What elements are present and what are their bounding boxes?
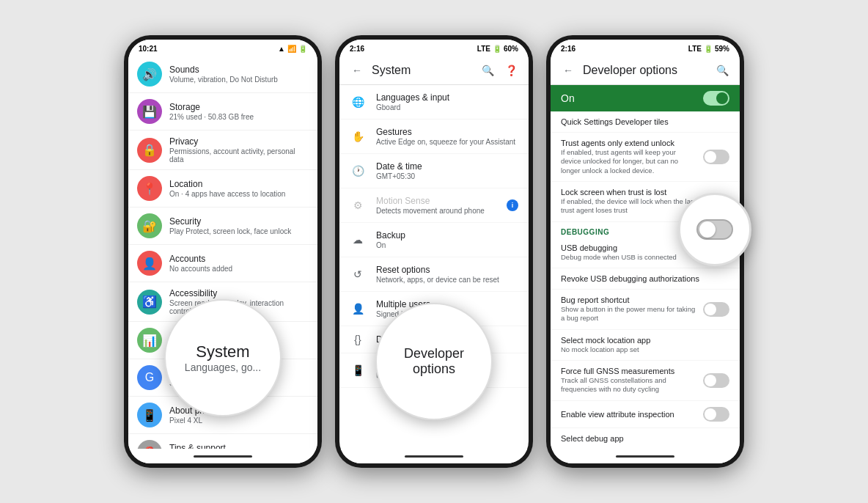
magnify-system: System Languages, go... <box>164 299 282 416</box>
setting-icon-4: 🔐 <box>137 213 162 238</box>
magnify-dev-options: Developer options <box>375 303 493 420</box>
setting-icon-3: 📍 <box>137 176 162 201</box>
menu-sub-2: GMT+05:30 <box>376 172 518 180</box>
status-icons-3: LTE 🔋 59% <box>688 45 729 53</box>
setting-icon-1: 💾 <box>137 99 162 124</box>
setting-item-1[interactable]: 💾 Storage 21% used · 50.83 GB free <box>128 93 317 131</box>
home-indicator-3 <box>616 455 674 458</box>
dev-item-0[interactable]: Trust agents only extend unlock If enabl… <box>551 133 740 182</box>
home-indicator-1 <box>194 455 252 458</box>
menu-item-3[interactable]: ⚙ Motion Sense Detects movement around p… <box>339 188 529 223</box>
phone-3: 2:16 LTE 🔋 59% ← Developer options 🔍 On … <box>546 35 744 468</box>
setting-sub-extra-0: Pixel 4 XL <box>169 416 309 425</box>
screen-title-3: Developer options <box>583 64 713 77</box>
setting-icon-extra-0: 📱 <box>137 403 162 427</box>
setting-item-2[interactable]: 🔒 Privacy Permissions, account activity,… <box>128 131 317 170</box>
setting-sub-0: Volume, vibration, Do Not Disturb <box>169 76 309 84</box>
debug-item-2[interactable]: Bug report shortcut Show a button in the… <box>551 290 740 330</box>
magnify-dev-title: Developer options <box>377 346 491 377</box>
setting-item-5[interactable]: 👤 Accounts No accounts added <box>128 245 317 282</box>
setting-icon-7: 📊 <box>137 328 162 353</box>
setting-item-3[interactable]: 📍 Location On · 4 apps have access to lo… <box>128 170 317 208</box>
setting-title-6: Accessibility <box>169 288 309 298</box>
menu-sub-5: Network, apps, or device can be reset <box>376 276 518 284</box>
status-bar-3: 2:16 LTE 🔋 59% <box>551 40 740 56</box>
back-button-3[interactable]: ← <box>559 62 577 79</box>
menu-icon-0: 🌐 <box>350 96 366 108</box>
bottom-bar-3 <box>551 449 740 463</box>
menu-sub-1: Active Edge on, squeeze for your Assista… <box>376 138 518 146</box>
bottom-bar-1 <box>128 449 317 463</box>
usb-toggle-knob <box>699 221 716 238</box>
setting-title-extra-1: Tips & support <box>169 443 309 449</box>
menu-icon-4: ☁ <box>350 234 366 246</box>
menu-sub-3: Detects movement around phone <box>376 207 496 215</box>
menu-sub-4: On <box>376 241 518 249</box>
setting-sub-4: Play Protect, screen lock, face unlock <box>169 227 309 235</box>
debug-item-3[interactable]: Select mock location app No mock locatio… <box>551 330 740 361</box>
debug-toggle-2[interactable] <box>703 302 729 317</box>
app-bar-3: ← Developer options 🔍 <box>551 56 740 85</box>
debug-toggle-4[interactable] <box>703 373 729 388</box>
setting-icon-2: 🔒 <box>137 138 162 163</box>
menu-item-1[interactable]: ✋ Gestures Active Edge on, squeeze for y… <box>339 120 529 154</box>
setting-title-4: Security <box>169 216 309 227</box>
menu-title-1: Gestures <box>376 127 518 137</box>
menu-icon-2: 🕐 <box>350 165 366 177</box>
menu-icon-6: 👤 <box>350 303 366 315</box>
home-indicator-2 <box>405 455 463 458</box>
menu-title-2: Date & time <box>376 161 518 172</box>
dev-item-quick-settings[interactable]: Quick Settings Developer tiles <box>551 111 740 133</box>
menu-title-0: Languages & input <box>376 92 518 103</box>
search-icon-2[interactable]: 🔍 <box>479 62 496 79</box>
back-button-2[interactable]: ← <box>348 62 366 79</box>
debug-item-5[interactable]: Enable view attribute inspection <box>551 401 740 428</box>
time-2: 2:16 <box>350 45 364 53</box>
menu-icon-1: ✋ <box>350 131 366 142</box>
help-icon-2[interactable]: ❓ <box>502 62 520 79</box>
menu-title-4: Backup <box>376 230 518 241</box>
magnify-system-sub: Languages, go... <box>185 361 261 373</box>
setting-item-0[interactable]: 🔊 Sounds Volume, vibration, Do Not Distu… <box>128 56 317 93</box>
time-1: 10:21 <box>139 45 158 53</box>
debug-toggle-5[interactable] <box>703 407 729 422</box>
status-bar-2: 2:16 LTE 🔋 60% <box>339 40 529 56</box>
screen-title-2: System <box>372 64 479 77</box>
setting-title-5: Accounts <box>169 254 309 264</box>
menu-item-5[interactable]: ↺ Reset options Network, apps, or device… <box>339 257 529 292</box>
status-icons-1: ▲ 📶 🔋 <box>278 45 307 53</box>
setting-item-extra-1[interactable]: ❓ Tips & support Help articles, phone & … <box>128 434 317 449</box>
setting-sub-5: No accounts added <box>169 265 309 273</box>
setting-icon-8: G <box>137 365 162 390</box>
debug-item-4[interactable]: Force full GNSS measurements Track all G… <box>551 361 740 401</box>
menu-icon-7: {} <box>350 334 366 345</box>
menu-item-2[interactable]: 🕐 Date & time GMT+05:30 <box>339 154 529 188</box>
menu-item-4[interactable]: ☁ Backup On <box>339 223 529 257</box>
status-icons-2: LTE 🔋 60% <box>477 45 518 53</box>
menu-title-3: Motion Sense <box>376 196 496 206</box>
magnify-system-title: System <box>196 342 249 361</box>
debug-item-1[interactable]: Revoke USB debugging authorizations <box>551 268 740 290</box>
setting-title-0: Sounds <box>169 65 309 75</box>
bottom-bar-2 <box>339 449 529 463</box>
menu-item-0[interactable]: 🌐 Languages & input Gboard <box>339 85 529 120</box>
debug-item-6[interactable]: Select debug app <box>551 428 740 449</box>
setting-sub-3: On · 4 apps have access to location <box>169 190 309 198</box>
time-3: 2:16 <box>561 45 575 53</box>
dev-options-toggle[interactable] <box>703 91 729 106</box>
menu-badge-3: i <box>507 199 518 211</box>
menu-sub-0: Gboard <box>376 103 518 111</box>
menu-icon-3: ⚙ <box>350 199 366 211</box>
on-label: On <box>561 92 575 104</box>
menu-title-5: Reset options <box>376 265 518 275</box>
toggle-0[interactable] <box>703 150 729 164</box>
setting-icon-0: 🔊 <box>137 62 162 87</box>
magnify-usb-toggle <box>678 193 751 266</box>
toolbar-icons-2: 🔍 ❓ <box>479 62 520 79</box>
setting-title-3: Location <box>169 179 309 189</box>
setting-title-2: Privacy <box>169 136 309 147</box>
setting-item-4[interactable]: 🔐 Security Play Protect, screen lock, fa… <box>128 208 317 245</box>
search-icon-3[interactable]: 🔍 <box>713 62 731 79</box>
on-bar: On <box>551 85 740 111</box>
setting-icon-extra-1: ❓ <box>137 440 162 449</box>
